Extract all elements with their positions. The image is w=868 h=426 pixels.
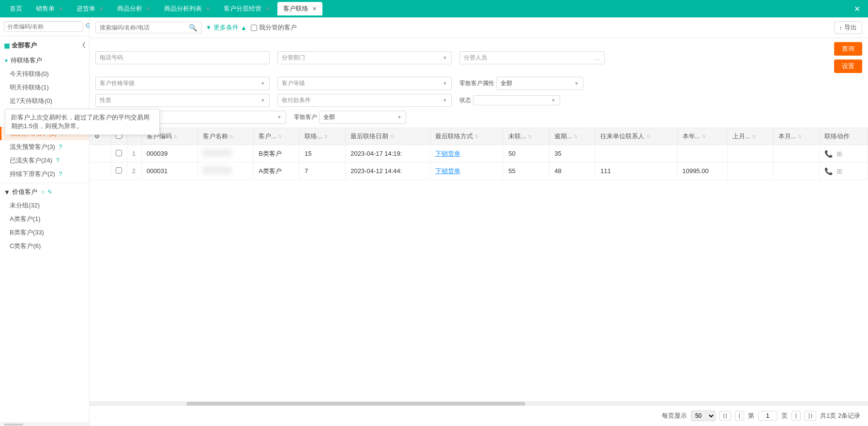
- nav-tab-customer-contact-label: 客户联络: [283, 4, 308, 13]
- filter-scattered[interactable]: 全部 ▼: [319, 111, 406, 124]
- top-nav: 首页 销售单 ✕ 进货单 ✕ 商品分析 ✕ 商品分析列表 ✕ 客户分层经营 ✕ …: [0, 0, 868, 17]
- last-method-link-1[interactable]: 下销货单: [435, 150, 460, 157]
- nav-tab-analysis[interactable]: 商品分析 ✕: [111, 2, 156, 15]
- nav-tab-customer-tier-close[interactable]: ✕: [265, 6, 270, 12]
- nav-tab-customer-contact-close[interactable]: ✕: [312, 6, 317, 12]
- filter-payment-label: 收付款条件: [282, 96, 441, 104]
- first-page-button[interactable]: ⟨⟨: [719, 411, 731, 421]
- next-page-button[interactable]: ⟩: [792, 411, 801, 421]
- filter-manager-dots[interactable]: …: [594, 54, 600, 61]
- table-header: ⚙ 客户编码 ⇅ 客户名称 ⇅: [90, 128, 868, 145]
- export-button[interactable]: ↑ 导出: [834, 21, 863, 34]
- table-header-row: ⚙ 客户编码 ⇅ 客户名称 ⇅: [90, 128, 868, 145]
- nav-tab-sales-close[interactable]: ✕: [59, 6, 63, 12]
- sidebar-search-input[interactable]: [4, 21, 83, 32]
- add-icon[interactable]: ✎: [47, 189, 52, 195]
- my-customers-checkbox[interactable]: [251, 25, 257, 31]
- sidebar-item-declining[interactable]: 持续下滑客户(2) ?: [0, 167, 89, 181]
- sidebar-item-churned[interactable]: 已流失客户(24) ?: [0, 154, 89, 167]
- grid-action-icon-2[interactable]: ⊞: [837, 167, 842, 175]
- horizontal-scrollbar[interactable]: [90, 401, 868, 405]
- sidebar-scroll-bar: [0, 422, 89, 426]
- phone-icon-1[interactable]: 📞: [824, 150, 833, 158]
- th-last-month[interactable]: 上月... ⇅: [727, 128, 773, 145]
- filter-nature[interactable]: 性质 ▼: [95, 94, 270, 107]
- prev-page-button[interactable]: ⟨: [735, 411, 744, 421]
- sidebar-item-classB[interactable]: B类客户(33): [0, 226, 89, 239]
- th-company-contact[interactable]: 往来单位联系人 ⇅: [595, 128, 677, 145]
- declining-info-icon[interactable]: ?: [59, 170, 62, 177]
- sidebar-group-pending-header[interactable]: ▼ 待联络客户: [0, 54, 89, 67]
- td-check-2: [110, 162, 127, 180]
- th-overdue[interactable]: 逾期... ⇅: [549, 128, 595, 145]
- more-conditions-button[interactable]: ▼ 更多条件 ▲: [206, 23, 247, 32]
- td-this-year-1: [677, 145, 727, 162]
- churn-warning-info-icon[interactable]: ?: [59, 143, 62, 150]
- filter-customer-grade[interactable]: 客户等级 ▼: [277, 77, 452, 90]
- sidebar-group-pending-label: 待联络客户: [11, 56, 42, 65]
- filter-status[interactable]: ▼: [473, 95, 560, 105]
- last-page-button[interactable]: ⟩⟩: [805, 411, 816, 421]
- export-label: 导出: [844, 23, 857, 32]
- filter-scattered-attr-label: 零散客户属性: [459, 79, 494, 88]
- phone-icon-2[interactable]: 📞: [824, 167, 833, 175]
- filter-payment[interactable]: 收付款条件 ▼: [277, 94, 452, 107]
- sidebar-all-customers[interactable]: ▦ 全部客户 《: [0, 38, 89, 53]
- nav-home-label: 首页: [10, 4, 22, 13]
- sidebar-group2-header[interactable]: ▼ 价值客户 ○ ✎: [0, 185, 89, 199]
- last-method-link-2[interactable]: 下销货单: [435, 167, 460, 175]
- sidebar-item-churn-warning[interactable]: 流失预警客户(3) ?: [0, 140, 89, 154]
- filter-department[interactable]: 分管部门 ▼: [277, 51, 452, 64]
- td-overdue-1: 35: [549, 145, 595, 162]
- edit-icon[interactable]: ○: [41, 189, 45, 195]
- td-num-1: 1: [127, 145, 141, 162]
- row1-checkbox[interactable]: [116, 150, 122, 156]
- sidebar-collapse-button[interactable]: 《: [79, 41, 85, 50]
- sidebar-item-7days[interactable]: 近7天待联络(0): [0, 94, 89, 108]
- th-not-contact[interactable]: 未联... ⇅: [503, 128, 549, 145]
- churned-info-icon[interactable]: ?: [56, 157, 59, 164]
- nav-tab-purchase[interactable]: 进货单 ✕: [71, 2, 109, 15]
- per-page-select[interactable]: 50 100 200: [691, 411, 716, 421]
- filter-phone[interactable]: 电话号码: [95, 51, 270, 64]
- th-contact[interactable]: 联络... ⇅: [300, 128, 346, 145]
- nav-tab-analysis-list[interactable]: 商品分析列表 ✕: [158, 2, 216, 15]
- sidebar-item-unclassified[interactable]: 未分组(32): [0, 199, 89, 212]
- nav-tab-analysis-close[interactable]: ✕: [146, 6, 151, 12]
- query-button[interactable]: 查询: [834, 42, 862, 56]
- filter-scattered-attr[interactable]: 全部 ▼: [496, 77, 583, 90]
- window-close-button[interactable]: ✕: [850, 4, 864, 14]
- search-input[interactable]: [100, 24, 187, 31]
- table-body: 1 000039 B类客户 15: [90, 145, 868, 180]
- th-last-date[interactable]: 最后联络日期 ⇅: [346, 128, 430, 145]
- nav-tab-customer-contact[interactable]: 客户联络 ✕: [277, 2, 322, 15]
- horizontal-scroll-thumb[interactable]: [186, 402, 525, 406]
- page-input[interactable]: [758, 411, 777, 421]
- sidebar-item-today[interactable]: 今天待联络(0): [0, 67, 89, 81]
- nav-tab-purchase-close[interactable]: ✕: [99, 6, 104, 12]
- nav-tab-purchase-label: 进货单: [76, 4, 95, 13]
- nav-tab-analysis-list-close[interactable]: ✕: [206, 6, 210, 12]
- nav-tab-home[interactable]: 首页: [4, 2, 28, 15]
- th-last-method[interactable]: 最后联络方式 ⇅: [430, 128, 503, 145]
- filter-manager[interactable]: 分管人员 …: [459, 51, 605, 64]
- filter-row-3: 性质 ▼ 收付款条件 ▼ 状态 ▼: [95, 94, 862, 107]
- filter-price-grade[interactable]: 客户价格等级 ▼: [95, 77, 270, 90]
- grid-action-icon-1[interactable]: ⊞: [837, 150, 842, 158]
- th-type[interactable]: 客户... ⇅: [254, 128, 300, 145]
- filter-nature-arrow: ▼: [260, 98, 265, 103]
- th-name[interactable]: 客户名称 ⇅: [198, 128, 254, 145]
- th-this-month[interactable]: 本月... ⇅: [773, 128, 819, 145]
- th-this-year[interactable]: 本年... ⇅: [677, 128, 727, 145]
- row2-checkbox[interactable]: [116, 167, 122, 174]
- td-code-1: 000039: [141, 145, 198, 162]
- sidebar-item-classA[interactable]: A类客户(1): [0, 212, 89, 226]
- nav-tab-customer-tier[interactable]: 客户分层经营 ✕: [218, 2, 275, 15]
- sidebar-item-tomorrow[interactable]: 明天待联络(1): [0, 81, 89, 94]
- settings-button[interactable]: 设置: [834, 59, 862, 73]
- btn-group: 查询 设置: [834, 42, 862, 73]
- filter-department-label: 分管部门: [282, 54, 441, 62]
- sidebar-item-classC[interactable]: C类客户(6): [0, 239, 89, 253]
- nav-tab-sales[interactable]: 销售单 ✕: [30, 2, 69, 15]
- search-icon[interactable]: 🔍: [189, 24, 197, 31]
